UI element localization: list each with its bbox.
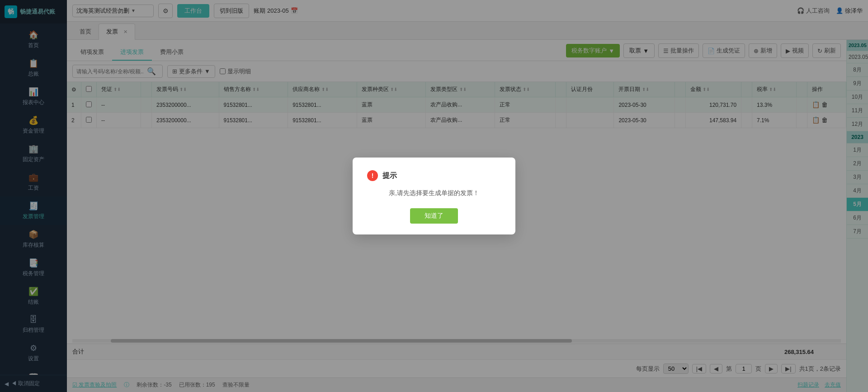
dialog-footer: 知道了 [367,208,501,224]
dialog-body: 亲,请先选择要生成单据的发票！ [367,189,501,197]
dialog-title-text: 提示 [382,171,397,181]
dialog-box: ! 提示 亲,请先选择要生成单据的发票！ 知道了 [353,158,515,234]
dialog-confirm-button[interactable]: 知道了 [410,208,458,224]
dialog-message: 亲,请先选择要生成单据的发票！ [389,189,479,196]
dialog-overlay: ! 提示 亲,请先选择要生成单据的发票！ 知道了 [0,0,868,392]
warning-icon: ! [367,170,378,181]
dialog-title: ! 提示 [367,170,501,181]
